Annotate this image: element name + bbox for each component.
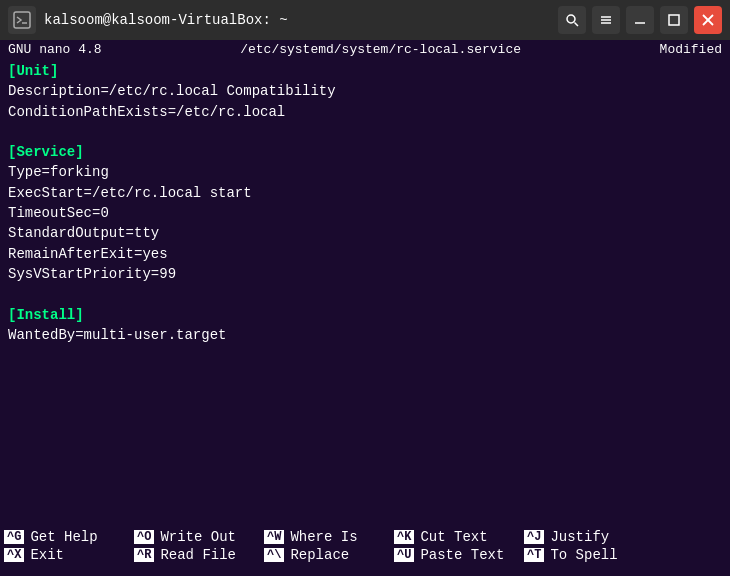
- terminal-line: [8, 284, 722, 304]
- window-title: kalsoom@kalsoom-VirtualBox: ~: [44, 12, 288, 28]
- modified-status: Modified: [660, 42, 722, 57]
- shortcut-label: To Spell: [550, 547, 617, 563]
- terminal-line: [Unit]: [8, 61, 722, 81]
- minimize-button[interactable]: [626, 6, 654, 34]
- svg-point-2: [567, 15, 575, 23]
- terminal-line: Type=forking: [8, 162, 722, 182]
- shortcut-item[interactable]: ^OWrite Out: [130, 528, 260, 546]
- shortcut-label: Justify: [550, 529, 609, 545]
- menu-button[interactable]: [592, 6, 620, 34]
- shortcut-label: Get Help: [30, 529, 97, 545]
- terminal-line: Description=/etc/rc.local Compatibility: [8, 81, 722, 101]
- titlebar: kalsoom@kalsoom-VirtualBox: ~: [0, 0, 730, 40]
- shortcut-label: Cut Text: [420, 529, 487, 545]
- shortcut-label: Write Out: [160, 529, 236, 545]
- shortcut-key: ^\: [264, 548, 284, 562]
- shortcut-column: ^KCut Text^UPaste Text: [390, 516, 520, 576]
- status-bar: GNU nano 4.8 /etc/systemd/system/rc-loca…: [0, 40, 730, 59]
- terminal-icon: [8, 6, 36, 34]
- terminal-line: ExecStart=/etc/rc.local start: [8, 183, 722, 203]
- terminal-line: ConditionPathExists=/etc/rc.local: [8, 102, 722, 122]
- shortcut-label: Where Is: [290, 529, 357, 545]
- shortcut-column: ^JJustify^TTo Spell: [520, 516, 650, 576]
- shortcut-key: ^J: [524, 530, 544, 544]
- shortcut-column: ^OWrite Out^RRead File: [130, 516, 260, 576]
- terminal-line: SysVStartPriority=99: [8, 264, 722, 284]
- shortcut-item[interactable]: ^TTo Spell: [520, 546, 650, 564]
- file-path: /etc/systemd/system/rc-local.service: [240, 42, 521, 57]
- shortcut-key: ^U: [394, 548, 414, 562]
- shortcut-column: ^GGet Help^XExit: [0, 516, 130, 576]
- shortcut-key: ^W: [264, 530, 284, 544]
- close-button[interactable]: [694, 6, 722, 34]
- terminal-line: [Install]: [8, 305, 722, 325]
- maximize-button[interactable]: [660, 6, 688, 34]
- terminal-line: [8, 122, 722, 142]
- shortcut-item[interactable]: ^WWhere Is: [260, 528, 390, 546]
- shortcut-key: ^R: [134, 548, 154, 562]
- shortcut-item[interactable]: ^XExit: [0, 546, 130, 564]
- shortcut-item[interactable]: ^RRead File: [130, 546, 260, 564]
- shortcut-item[interactable]: ^JJustify: [520, 528, 650, 546]
- shortcut-key: ^O: [134, 530, 154, 544]
- terminal-line: RemainAfterExit=yes: [8, 244, 722, 264]
- shortcut-label: Exit: [30, 547, 64, 563]
- shortcut-key: ^X: [4, 548, 24, 562]
- shortcut-item[interactable]: ^UPaste Text: [390, 546, 520, 564]
- svg-rect-8: [669, 15, 679, 25]
- nano-version: GNU nano 4.8: [8, 42, 102, 57]
- terminal-line: StandardOutput=tty: [8, 223, 722, 243]
- terminal-line: WantedBy=multi-user.target: [8, 325, 722, 345]
- shortcut-bar: ^GGet Help^XExit^OWrite Out^RRead File^W…: [0, 516, 730, 576]
- terminal-content[interactable]: [Unit]Description=/etc/rc.local Compatib…: [0, 59, 730, 516]
- terminal-line: [Service]: [8, 142, 722, 162]
- shortcut-item[interactable]: ^GGet Help: [0, 528, 130, 546]
- shortcut-label: Read File: [160, 547, 236, 563]
- search-button[interactable]: [558, 6, 586, 34]
- shortcut-item[interactable]: ^KCut Text: [390, 528, 520, 546]
- shortcut-column: ^WWhere Is^\Replace: [260, 516, 390, 576]
- shortcut-label: Paste Text: [420, 547, 504, 563]
- terminal-line: TimeoutSec=0: [8, 203, 722, 223]
- shortcut-key: ^K: [394, 530, 414, 544]
- svg-line-3: [575, 23, 579, 27]
- shortcut-label: Replace: [290, 547, 349, 563]
- shortcut-item[interactable]: ^\Replace: [260, 546, 390, 564]
- titlebar-controls: [558, 6, 722, 34]
- titlebar-left: kalsoom@kalsoom-VirtualBox: ~: [8, 6, 288, 34]
- shortcut-key: ^G: [4, 530, 24, 544]
- shortcut-key: ^T: [524, 548, 544, 562]
